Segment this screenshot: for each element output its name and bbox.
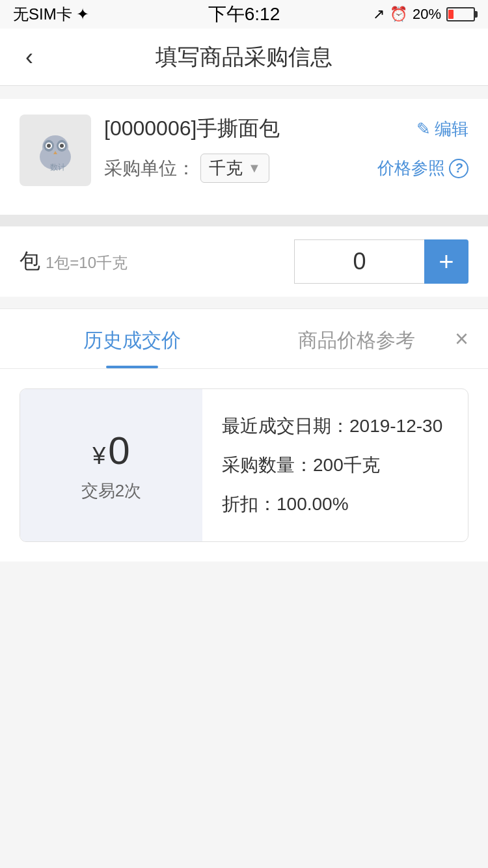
product-logo-svg: 数计 — [29, 124, 81, 176]
svg-point-7 — [60, 144, 64, 148]
price-amount: ¥0 — [92, 428, 129, 473]
status-bar: 无SIM卡 ✦ 下午6:12 ↗ ⏰ 20% — [0, 0, 488, 29]
unit-value: 千克 — [209, 157, 243, 180]
price-card: ¥0 交易2次 最近成交日期：2019-12-30 采购数量：200千克 折扣：… — [20, 388, 468, 542]
quantity-plus-button[interactable]: + — [424, 239, 468, 284]
quantity-input-group: + — [294, 239, 468, 284]
price-left: ¥0 交易2次 — [20, 389, 202, 541]
help-icon: ? — [449, 159, 468, 178]
tabs-section: 历史成交价 商品价格参考 × ¥0 交易2次 最近成交日期：2019-12-30… — [0, 308, 488, 562]
product-name: [0000006]手撕面包 — [104, 115, 280, 143]
status-time: 下午6:12 — [208, 2, 280, 27]
unit-row: 采购单位： 千克 ▼ 价格参照 ? — [104, 154, 468, 183]
price-discount: 折扣：100.00% — [222, 491, 448, 518]
quantity-label-group: 包 1包=10千克 — [20, 247, 128, 276]
price-trade-times: 交易2次 — [81, 480, 141, 502]
edit-icon: ✎ — [416, 119, 431, 139]
price-currency: ¥ — [92, 442, 105, 469]
product-header: 数计 [0000006]手撕面包 ✎ 编辑 采购单位： 千克 ▼ — [20, 115, 468, 186]
tab-product-price-ref[interactable]: 商品价格参考 — [244, 309, 468, 368]
quantity-conversion: 1包=10千克 — [46, 252, 128, 273]
product-image: 数计 — [20, 115, 91, 186]
location-icon: ↗ — [373, 6, 385, 23]
svg-point-6 — [47, 144, 51, 148]
product-title-row: [0000006]手撕面包 ✎ 编辑 — [104, 115, 468, 143]
page-background — [0, 562, 488, 868]
unit-select[interactable]: 千克 ▼ — [200, 154, 269, 183]
carrier-text: 无SIM卡 ✦ — [13, 4, 89, 25]
recent-date-label: 最近成交日期： — [222, 416, 349, 436]
product-info: [0000006]手撕面包 ✎ 编辑 采购单位： 千克 ▼ 价格参照 ? — [104, 115, 468, 183]
quantity-label: 采购数量： — [222, 455, 313, 475]
status-carrier: 无SIM卡 ✦ — [13, 4, 89, 25]
product-card: 数计 [0000006]手撕面包 ✎ 编辑 采购单位： 千克 ▼ — [0, 99, 488, 215]
divider-bar — [0, 215, 488, 226]
svg-text:数计: 数计 — [50, 163, 66, 172]
quantity-value: 200千克 — [313, 455, 380, 475]
history-content: ¥0 交易2次 最近成交日期：2019-12-30 采购数量：200千克 折扣：… — [0, 369, 488, 562]
quantity-input[interactable] — [294, 239, 424, 284]
price-ref-label: 价格参照 — [377, 157, 445, 180]
discount-label: 折扣： — [222, 494, 277, 514]
back-button[interactable]: ‹ — [13, 41, 46, 74]
edit-label: 编辑 — [435, 118, 468, 141]
quantity-unit: 包 — [20, 247, 40, 276]
unit-label: 采购单位： — [104, 156, 195, 181]
nav-bar: ‹ 填写商品采购信息 — [0, 29, 488, 86]
tabs-close-button[interactable]: × — [455, 327, 468, 351]
battery-text: 20% — [413, 6, 441, 23]
unit-select-arrow-icon: ▼ — [248, 161, 261, 176]
price-ref-button[interactable]: 价格参照 ? — [377, 157, 468, 180]
quantity-row: 包 1包=10千克 + — [0, 226, 488, 297]
discount-value: 100.00% — [277, 494, 349, 514]
tab-history-price[interactable]: 历史成交价 — [20, 309, 244, 368]
price-right: 最近成交日期：2019-12-30 采购数量：200千克 折扣：100.00% — [202, 389, 468, 541]
product-image-inner: 数计 — [29, 124, 81, 176]
price-recent-date: 最近成交日期：2019-12-30 — [222, 413, 448, 440]
alarm-icon: ⏰ — [390, 6, 407, 23]
price-value: 0 — [108, 429, 129, 472]
tabs-header: 历史成交价 商品价格参考 × — [0, 309, 488, 369]
status-right: ↗ ⏰ 20% — [373, 6, 475, 23]
battery-icon — [446, 7, 475, 21]
edit-button[interactable]: ✎ 编辑 — [416, 118, 468, 141]
recent-date-value: 2019-12-30 — [349, 416, 442, 436]
page-title: 填写商品采购信息 — [156, 42, 332, 72]
price-quantity: 采购数量：200千克 — [222, 452, 448, 479]
